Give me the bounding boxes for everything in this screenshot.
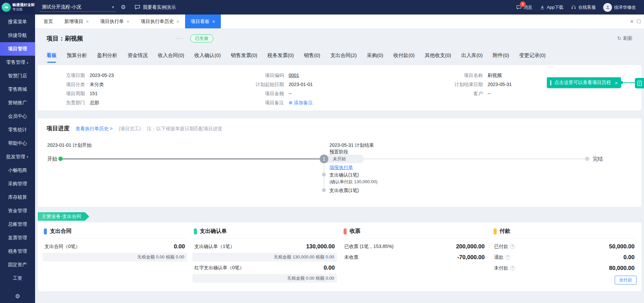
card-title: 付款 (500, 228, 510, 235)
tab-inventory-io[interactable]: 出入库(0) (461, 48, 482, 63)
tab-other-income-expense[interactable]: 其他收支(0) (425, 48, 451, 63)
help-icon[interactable]: ? (510, 244, 515, 249)
message-count-badge: 8 (520, 1, 526, 7)
messages-button[interactable]: 消息 8 (516, 4, 532, 10)
sidebar-item-purchase-management[interactable]: 采购管理 (0, 177, 35, 191)
close-icon[interactable]: × (176, 19, 179, 24)
content: 项目：刷视频 ··· 已生效 ↻ 刷新 看板 预算分析 盈利分析 资金情况 收入… (35, 29, 644, 303)
fill-execution-order-link[interactable]: 填报执行单 (329, 165, 353, 171)
help-icon[interactable]: ? (505, 255, 510, 260)
brand-edition: 专业版 (12, 7, 35, 12)
sidebar-item-inventory-accounting[interactable]: 库存核算 (0, 191, 35, 204)
sidebar-item-xiaochang-ecommerce[interactable]: 小畅电商 (0, 164, 35, 177)
tab-sales[interactable]: 销售(0) (304, 48, 320, 63)
progress-timeline: 2023-01-01 计划开始 2023-05-31 计划结束 预置阶段 开始 … (47, 137, 633, 201)
doc-tab-project-kanban[interactable]: 项目看板× (185, 15, 221, 28)
sidebar-item-funds-management[interactable]: 资金管理 (0, 204, 35, 218)
close-icon[interactable]: × (86, 19, 89, 24)
timeline-finish-dot (585, 157, 589, 161)
sidebar-item-invoice-management[interactable]: 发票管理 (0, 231, 35, 245)
sidebar-gear-icon[interactable]: ⚙ (0, 290, 35, 303)
close-icon[interactable]: × (212, 19, 215, 24)
doc-tab-project-execution[interactable]: 项目执行单× (94, 15, 135, 28)
tab-funds[interactable]: 资金情况 (127, 48, 148, 63)
refresh-button[interactable]: ↻ 刷新 (617, 35, 633, 42)
doc-tab-new-project[interactable]: 新增项目× (59, 15, 94, 28)
speech-bubble-icon (135, 5, 140, 10)
stat-subrow: 无税金额 0.00 税额 0.00 (42, 253, 187, 261)
tab-expense-contract[interactable]: 支出合同(2) (330, 48, 357, 63)
field-project-period: 项目周期151 (41, 90, 240, 97)
tab-payments[interactable]: 收付款(0) (393, 48, 414, 63)
doc-tab-project-execution-history[interactable]: 项目执行单历史× (135, 15, 185, 28)
go-pay-button[interactable]: 去付款 (615, 276, 637, 284)
sidebar-item-help-center[interactable]: 帮助中心 (0, 137, 35, 150)
close-icon[interactable]: × (126, 19, 129, 24)
tooltip-close-icon[interactable]: × (615, 80, 618, 86)
brand-logo: 畅捷通好业财 专业版 (0, 0, 35, 15)
stat-row: 已收票 (1笔，153.85%)200,000.00 (342, 242, 487, 251)
tab-attachments[interactable]: 附件(0) (493, 48, 509, 63)
app-download-button[interactable]: App下载 (540, 4, 563, 10)
sidebar-item-project-management[interactable]: 项目管理 (0, 42, 35, 56)
sidebar-item-smart-store[interactable]: 智慧门店 (0, 69, 35, 83)
sidebar-item-general-ledger[interactable]: 总账管理 (0, 218, 35, 231)
stat-row: 支出合同（0笔）0.00 (42, 242, 187, 251)
stage-name: 预置阶段 (329, 149, 348, 155)
field-project-category: 项目分类未分类 (41, 81, 240, 88)
tab-tax-invoice[interactable]: 税务发票(0) (267, 48, 294, 63)
tab-income-confirm[interactable]: 收入确认(0) (194, 48, 221, 63)
add-note-link[interactable]: ⊕添加备注 (289, 99, 313, 106)
project-history-button[interactable] (635, 78, 644, 88)
chevron-up-icon: ▲ (26, 61, 29, 64)
close-all-icon[interactable]: × (630, 18, 634, 25)
plan-end-label: 2023-05-31 计划结束 (329, 142, 374, 148)
more-actions-icon[interactable]: ··· (176, 35, 183, 42)
sidebar-item-quick-nav[interactable]: 快捷导航 (0, 29, 35, 42)
user-menu[interactable]: 徐泽华修改 (603, 3, 636, 12)
app-root: 畅捷通好业财 专业版 测试分开流程-小况 ▾ ⚙ 我要看实例演示 消息 8 (0, 0, 644, 303)
document-icon (637, 81, 642, 86)
card-payment: 付款 已付款?50,000.00 退款?0.00 未付款?80,000.00 去… (492, 227, 637, 291)
event-expense-confirm: 支出确认(1笔) (329, 172, 359, 178)
tab-kanban[interactable]: 看板 (47, 48, 57, 63)
org-select[interactable]: 测试分开流程-小况 ▾ (40, 3, 116, 12)
tab-purchase[interactable]: 采购(0) (367, 48, 383, 63)
sidebar-item-retail-mall[interactable]: 零售商城 (0, 83, 35, 96)
timeline-start-label: 开始 (47, 156, 57, 162)
doc-tab-home[interactable]: 首页 (38, 15, 59, 28)
sidebar-item-payroll[interactable]: 工资 (0, 272, 35, 285)
execution-history-link[interactable]: 查看执行单历史 > (76, 126, 113, 132)
sidebar-item-member-center[interactable]: 会员中心 (0, 110, 35, 123)
expand-icon[interactable] (637, 20, 641, 23)
field-project-amount: 项目金额-- (240, 90, 439, 97)
refresh-icon: ↻ (617, 35, 621, 42)
sidebar-item-tax-management[interactable]: 税务管理 (0, 245, 35, 258)
card-accent-bar (494, 228, 497, 235)
sidebar-item-retail-stats[interactable]: 零售统计 (0, 123, 35, 137)
help-icon[interactable]: ? (510, 266, 515, 271)
settings-gear-icon[interactable]: ⚙ (121, 4, 126, 11)
project-code-link[interactable]: 0001 (289, 72, 299, 79)
plan-start-label: 2023-01-01 计划开始 (47, 142, 92, 148)
field-project-code: 项目编码0001 (240, 72, 439, 79)
sidebar-item-retail-management[interactable]: 零售管理▲ (0, 56, 35, 69)
field-responsible-dept: 负责部门总部 (41, 99, 240, 106)
event-expense-receipt: 支出收票(1笔) (329, 188, 359, 194)
online-service-button[interactable]: 在线客服 (571, 4, 596, 10)
tab-budget-analysis[interactable]: 预算分析 (67, 48, 87, 63)
org-select-value: 测试分开流程-小况 (42, 4, 81, 10)
stat-row: 未收票-70,000.00 (342, 253, 487, 262)
sidebar-item-fixed-assets[interactable]: 固定资产 (0, 258, 35, 272)
tab-income-contract[interactable]: 收入合同(0) (158, 48, 184, 63)
sidebar-item-wholesale-management[interactable]: 批发管理▼ (0, 150, 35, 164)
doc-tabs-controls: × (630, 15, 641, 28)
tooltip-connector-line (621, 82, 635, 83)
demo-link[interactable]: 我要看实例演示 (135, 4, 176, 10)
sidebar-item-marketing[interactable]: 营销推广 (0, 96, 35, 110)
sidebar-item-search-menu[interactable]: 搜索菜单 (0, 15, 35, 29)
tab-change-log[interactable]: 变更记录(0) (519, 48, 546, 63)
tab-profit-analysis[interactable]: 盈利分析 (97, 48, 117, 63)
tab-sales-invoice[interactable]: 销售发票(0) (231, 48, 257, 63)
field-customer: 客户-- (439, 90, 638, 97)
